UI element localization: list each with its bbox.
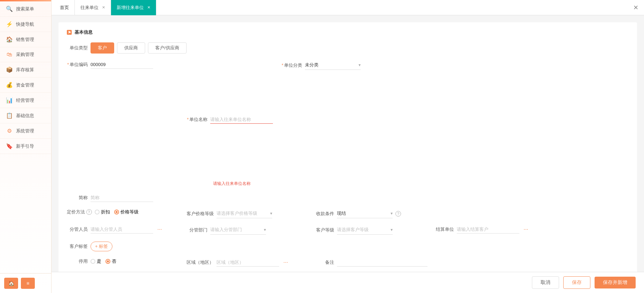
- save-new-button[interactable]: 保存并新增: [595, 277, 636, 288]
- customer-price-select[interactable]: 请选择客户价格等级 ▾: [217, 209, 272, 218]
- pricing-row: 定价方法 ? 折扣 价格等级 客户: [67, 209, 629, 218]
- dept-group: 分管部门 请输入分管部门 ▾: [187, 225, 305, 235]
- remark-input[interactable]: [337, 258, 427, 267]
- region-more-icon[interactable]: ···: [282, 259, 289, 266]
- region-group: 区域（地区） ···: [187, 258, 305, 267]
- manager-row: 分管人员 ··· 分管部门 请输入分管部门 ▾ 客户等级 请选择客户等级 ▾: [67, 225, 629, 235]
- dept-label: 分管部门: [187, 227, 207, 233]
- bookmark-icon: 🔖: [6, 143, 13, 149]
- unit-type-buttons: 客户 供应商 客户/供应商: [91, 42, 187, 54]
- tags-label: 客户标签: [67, 243, 88, 250]
- unit-type-customer-btn[interactable]: 客户: [91, 42, 114, 54]
- manager-more-icon[interactable]: ···: [156, 226, 163, 233]
- unit-type-label: 单位类型: [67, 45, 88, 51]
- clipboard-icon: 📋: [6, 112, 13, 119]
- sidebar: 🔍 搜索菜单 ⚡ 快捷导航 🏠 销售管理 🛍 采购管理 📦 库存核算 💰 资金管…: [0, 0, 52, 293]
- manager-label: 分管人员: [67, 226, 88, 233]
- chevron-down-icon4: ▾: [264, 227, 266, 232]
- radio-level[interactable]: 价格等级: [114, 209, 139, 215]
- radio-discount[interactable]: 折扣: [95, 209, 110, 215]
- tab-partner-close-icon[interactable]: ✕: [102, 5, 105, 10]
- unit-category-select[interactable]: 未分类 ▾: [305, 60, 361, 70]
- region-input[interactable]: [217, 258, 279, 267]
- sidebar-item-sales[interactable]: 🏠 销售管理: [0, 32, 51, 47]
- tab-home[interactable]: 首页: [54, 0, 75, 15]
- bag-icon: 🛍: [6, 51, 13, 58]
- short-name-input[interactable]: [91, 194, 153, 202]
- manager-input[interactable]: [91, 225, 153, 234]
- settlement-input[interactable]: [457, 225, 519, 234]
- sidebar-bottom: 🏠 ≡: [0, 273, 51, 293]
- tab-partner[interactable]: 往来单位 ✕: [75, 0, 111, 15]
- remark-label: 备注: [313, 259, 334, 266]
- window-close-button[interactable]: ✕: [630, 4, 641, 11]
- settlement-label: 结算单位: [433, 226, 454, 233]
- chevron-down-icon: ▾: [359, 63, 361, 67]
- manager-group: 分管人员 ···: [67, 225, 178, 234]
- unit-type-both-btn[interactable]: 客户/供应商: [148, 42, 187, 54]
- radio-yes-label: 是: [97, 258, 101, 264]
- radio-yes[interactable]: 是: [91, 258, 101, 264]
- tags-row: 客户标签 + 标签: [67, 242, 629, 251]
- chevron-down-icon2: ▾: [270, 211, 272, 216]
- unit-name-group-wrap: *单位名称 请输入往来单位名称: [187, 60, 273, 187]
- tags-group: 客户标签 + 标签: [67, 242, 178, 251]
- customer-price-label: 客户价格等级: [187, 211, 214, 217]
- add-tag-button[interactable]: + 标签: [91, 242, 112, 251]
- sidebar-item-search[interactable]: 🔍 搜索菜单: [0, 1, 51, 17]
- unit-category-value: 未分类: [305, 62, 357, 68]
- unit-name-error: 请输入往来单位名称: [213, 181, 273, 187]
- settlement-more-icon[interactable]: ···: [522, 226, 529, 233]
- payment-group: 收款条件 现结 ▾ ?: [313, 209, 425, 218]
- sidebar-item-label: 经营管理: [16, 97, 34, 104]
- sidebar-item-operations[interactable]: 📊 经营管理: [0, 93, 51, 108]
- unit-type-supplier-btn[interactable]: 供应商: [117, 42, 145, 54]
- payment-select[interactable]: 现结 ▾: [337, 209, 393, 218]
- unit-code-input[interactable]: [91, 60, 153, 69]
- radio-no[interactable]: 否: [105, 258, 116, 264]
- sidebar-item-label: 系统管理: [16, 128, 34, 134]
- sidebar-item-quick-nav[interactable]: ⚡ 快捷导航: [0, 17, 51, 32]
- region-label: 区域（地区）: [187, 259, 214, 266]
- disabled-row: 停用 是 否 区域（地区） ···: [67, 258, 629, 267]
- sidebar-item-guide[interactable]: 🔖 新手引导: [0, 139, 51, 154]
- tab-new-partner-close-icon[interactable]: ✕: [147, 5, 150, 10]
- sidebar-item-label: 搜索菜单: [16, 6, 34, 12]
- sidebar-item-label: 基础信息: [16, 113, 34, 119]
- chevron-down-icon3: ▾: [391, 211, 393, 216]
- payment-label: 收款条件: [313, 211, 334, 217]
- short-name-row: 简称: [67, 194, 629, 202]
- sidebar-expand-btn[interactable]: ≡: [21, 278, 35, 289]
- customer-price-group: 客户价格等级 请选择客户价格等级 ▾: [187, 209, 305, 218]
- sidebar-item-basic-info[interactable]: 📋 基础信息: [0, 108, 51, 123]
- code-name-row: *单位编码 *单位名称 请输入往来单位名称 *单位分类: [67, 60, 629, 187]
- customer-level-select[interactable]: 请选择客户等级 ▾: [337, 225, 393, 235]
- unit-name-input[interactable]: [210, 115, 273, 124]
- gear-icon: ⚙: [6, 128, 13, 134]
- sidebar-item-system[interactable]: ⚙ 系统管理: [0, 123, 51, 139]
- unit-type-group: 单位类型 客户 供应商 客户/供应商: [67, 42, 187, 54]
- remark-group: 备注: [313, 258, 427, 267]
- sidebar-item-label: 新手引导: [16, 143, 34, 149]
- payment-value: 现结: [337, 210, 389, 217]
- add-tag-label: + 标签: [95, 243, 108, 250]
- dept-select[interactable]: 请输入分管部门 ▾: [210, 225, 266, 235]
- footer: 取消 保存 保存并新增: [52, 272, 644, 293]
- sidebar-item-stock[interactable]: 📦 库存核算: [0, 62, 51, 78]
- money-icon: 💰: [6, 82, 13, 88]
- pricing-help-icon[interactable]: ?: [86, 209, 92, 215]
- box-icon: 📦: [6, 66, 13, 73]
- sidebar-item-finance[interactable]: 💰 资金管理: [0, 78, 51, 93]
- save-button[interactable]: 保存: [563, 276, 590, 289]
- customer-level-group: 客户等级 请选择客户等级 ▾: [313, 225, 425, 235]
- radio-discount-circle: [95, 210, 100, 214]
- sidebar-home-btn[interactable]: 🏠: [4, 278, 18, 289]
- payment-help-icon[interactable]: ?: [395, 211, 401, 217]
- lightning-icon: ⚡: [6, 21, 13, 27]
- cancel-button[interactable]: 取消: [532, 276, 559, 289]
- unit-category-label: *单位分类: [281, 62, 302, 68]
- tab-new-partner[interactable]: 新增往来单位 ✕: [111, 0, 156, 15]
- radio-discount-label: 折扣: [101, 209, 110, 215]
- sidebar-item-purchase[interactable]: 🛍 采购管理: [0, 47, 51, 62]
- main-area: 首页 往来单位 ✕ 新增往来单位 ✕ ✕ ⚑ 基本信息 单位类型 客户: [52, 0, 644, 293]
